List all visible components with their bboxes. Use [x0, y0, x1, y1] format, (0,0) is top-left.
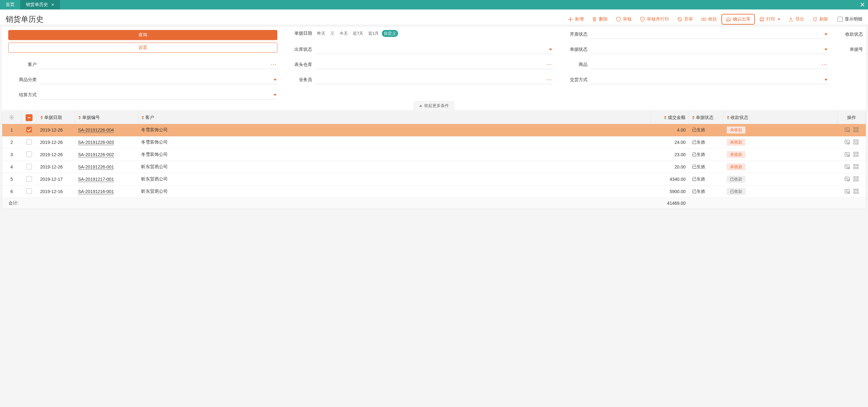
filter-receive-status-select[interactable] — [866, 30, 868, 39]
row-detail-icon[interactable] — [844, 164, 850, 170]
doc-link[interactable]: SA-20191217-001 — [78, 177, 114, 182]
col-date-label: 单据日期 — [44, 115, 62, 120]
row-detail-icon[interactable] — [844, 139, 850, 146]
cell-doc-no: SA-20191226-003 — [75, 136, 138, 148]
filter-header-warehouse-label: 表头仓库 — [284, 62, 312, 68]
row-detail-icon[interactable] — [844, 151, 850, 158]
cell-check[interactable] — [21, 185, 37, 198]
col-pay-status-label: 收款状态 — [731, 115, 748, 120]
row-qr-icon[interactable] — [853, 127, 859, 133]
filter-doc-status-select[interactable] — [591, 45, 828, 54]
cell-check[interactable] — [21, 148, 37, 161]
row-checkbox[interactable] — [26, 139, 32, 145]
filter-product-cat-select[interactable] — [40, 75, 277, 84]
row-checkbox[interactable] — [26, 176, 32, 182]
footer-total: 41469.00 — [651, 198, 689, 209]
col-customer[interactable]: 客户 — [138, 112, 651, 124]
sort-icon — [664, 115, 666, 120]
cell-check[interactable] — [21, 161, 37, 173]
table-row[interactable]: 42019-12-26SA-20191226-001昕东贸易公司20.00已生效… — [2, 161, 866, 173]
cell-doc-no: SA-20191226-002 — [75, 148, 138, 161]
abandon-button[interactable]: 弃审 — [674, 14, 697, 24]
abandon-icon — [677, 17, 682, 22]
print-button[interactable]: 打印 — [755, 14, 784, 24]
table-row[interactable]: 52019-12-17SA-20191217-001昕东贸易公司4340.00已… — [2, 173, 866, 185]
col-date[interactable]: 单据日期 — [37, 112, 75, 124]
window-close-icon[interactable]: ✕ — [857, 0, 868, 9]
col-doc-no[interactable]: 单据编号 — [75, 112, 138, 124]
row-qr-icon[interactable] — [853, 164, 859, 170]
col-pay-status[interactable]: 收款状态 — [724, 112, 837, 124]
doc-link[interactable]: SA-20191226-004 — [78, 128, 114, 133]
filter-salesman-picker[interactable]: ··· — [315, 75, 553, 84]
filter-settle-select[interactable] — [40, 91, 277, 99]
cell-index: 1 — [2, 124, 21, 136]
export-button[interactable]: 导出 — [785, 14, 808, 24]
delete-button[interactable]: 删除 — [588, 14, 612, 24]
date-tag-near7[interactable]: 近7天 — [351, 30, 365, 37]
settings-button[interactable]: 设置 — [8, 43, 277, 53]
row-qr-icon[interactable] — [853, 151, 859, 158]
audit-print-button[interactable]: 审核并打印 — [636, 14, 673, 24]
deselect-icon[interactable]: − — [26, 114, 33, 121]
date-tag-yesterday[interactable]: 昨天 — [315, 30, 327, 37]
col-settings[interactable] — [2, 112, 21, 124]
col-select-all[interactable]: − — [21, 112, 37, 124]
confirm-out-button[interactable]: 确认出库 — [721, 14, 755, 25]
collapse-bar: 收起更多条件 — [8, 101, 860, 110]
cell-check[interactable] — [21, 124, 37, 136]
table-row[interactable]: 62019-12-16SA-20191216-001昕东贸易公司5900.00已… — [2, 185, 866, 198]
row-detail-icon[interactable] — [844, 189, 850, 195]
gear-icon[interactable] — [9, 115, 14, 120]
row-detail-icon[interactable] — [844, 127, 850, 133]
tab-current[interactable]: 销货单历史 ✕ — [20, 0, 60, 9]
date-tag-today[interactable]: 今天 — [338, 30, 350, 37]
refresh-button[interactable]: 刷新 — [809, 14, 832, 24]
filter-invoice-status-select[interactable] — [591, 30, 828, 39]
close-icon[interactable]: ✕ — [51, 2, 54, 7]
filter-customer-picker[interactable]: ··· — [40, 60, 277, 69]
col-status[interactable]: 单据状态 — [689, 112, 724, 124]
receive-button[interactable]: 收款 — [698, 14, 721, 24]
table-row[interactable]: 22019-12-26SA-20191226-003冬雪装饰公司24.00已生效… — [2, 136, 866, 148]
row-qr-icon[interactable] — [853, 189, 859, 195]
table-footer-row: 合计: 41469.00 — [2, 198, 866, 209]
row-qr-icon[interactable] — [853, 176, 859, 183]
audit-button[interactable]: 审核 — [612, 14, 636, 24]
collapse-button[interactable]: 收起更多条件 — [414, 101, 454, 110]
filter-doc-no-input[interactable] — [866, 45, 868, 54]
shield-print-icon — [640, 17, 645, 22]
row-detail-icon[interactable] — [844, 176, 850, 183]
new-button[interactable]: 新增 — [564, 14, 588, 24]
chevron-down-icon — [825, 48, 828, 50]
filter-product-picker[interactable]: ··· — [591, 60, 828, 69]
svg-rect-6 — [854, 128, 856, 129]
cell-check[interactable] — [21, 173, 37, 185]
cell-status: 已生效 — [689, 148, 724, 161]
doc-link[interactable]: SA-20191226-002 — [78, 152, 114, 158]
row-checkbox[interactable] — [26, 151, 32, 157]
filter-header-warehouse-picker[interactable]: ··· — [315, 60, 553, 69]
show-detail-toggle[interactable]: 显示明细 — [838, 16, 862, 22]
filter-delivery-select[interactable] — [591, 75, 828, 84]
doc-link[interactable]: SA-20191216-001 — [78, 189, 114, 194]
table-row[interactable]: 12019-12-26SA-20191226-004冬雪装饰公司4.00已生效未… — [2, 124, 866, 136]
show-detail-checkbox[interactable] — [838, 17, 843, 22]
query-button[interactable]: 查询 — [8, 30, 277, 40]
col-amount[interactable]: 成交金额 — [651, 112, 689, 124]
svg-rect-27 — [857, 167, 858, 169]
doc-link[interactable]: SA-20191226-001 — [78, 164, 114, 170]
date-tag-near1m[interactable]: 近1月 — [366, 30, 381, 37]
row-qr-icon[interactable] — [853, 139, 859, 146]
row-checkbox[interactable] — [26, 189, 32, 194]
table-row[interactable]: 32019-12-26SA-20191226-002冬雪装饰公司23.00已生效… — [2, 148, 866, 161]
row-checkbox[interactable] — [26, 164, 32, 169]
cell-doc-no: SA-20191226-004 — [75, 124, 138, 136]
cell-check[interactable] — [21, 136, 37, 148]
cell-index: 3 — [2, 148, 21, 161]
doc-link[interactable]: SA-20191226-003 — [78, 140, 114, 145]
filter-out-status-select[interactable] — [315, 45, 553, 54]
row-checkbox[interactable] — [26, 127, 32, 133]
tab-home[interactable]: 首页 — [0, 0, 20, 9]
date-tag-custom[interactable]: 自定义 — [382, 30, 398, 37]
